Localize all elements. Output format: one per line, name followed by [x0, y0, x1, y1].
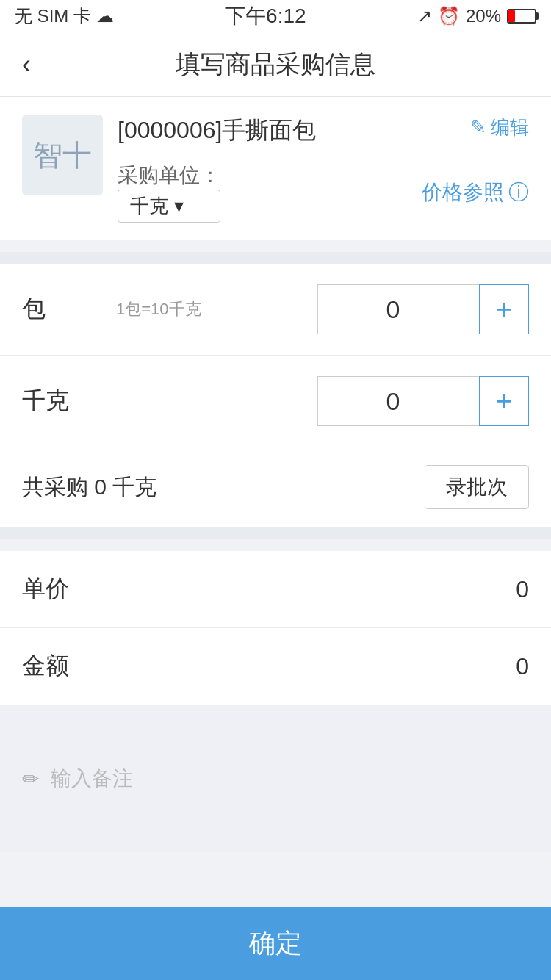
unit-selector[interactable]: 千克 ▾ [118, 190, 220, 223]
product-unit-row: 采购单位： 千克 ▾ 价格参照 ⓘ [118, 162, 529, 223]
remark-placeholder: 输入备注 [51, 765, 133, 793]
bag-input-group: + [317, 284, 529, 334]
status-right: ↗ ⏰ 20% [417, 6, 536, 26]
kg-quantity-input[interactable] [317, 376, 479, 426]
kg-label: 千克 [22, 385, 110, 417]
input-section: 包 1包=10千克 + 千克 + 共采购 0 千克 录批次 [0, 264, 551, 527]
edit-button[interactable]: ✎ 编辑 [470, 115, 529, 140]
product-card: 智十 [0000006]手撕面包 ✎ 编辑 采购单位： 千克 ▾ 价格参照 [0, 97, 551, 240]
amount-value: 0 [516, 653, 529, 680]
kg-plus-button[interactable]: + [479, 376, 529, 426]
product-top-row: [0000006]手撕面包 ✎ 编辑 [118, 115, 529, 147]
batch-button[interactable]: 录批次 [425, 465, 529, 509]
product-logo: 智十 [33, 135, 92, 176]
kg-input-group: + [317, 376, 529, 426]
confirm-button[interactable]: 确定 [0, 907, 551, 980]
product-thumbnail: 智十 [22, 115, 103, 195]
info-icon: ⓘ [508, 179, 529, 206]
price-reference-button[interactable]: 价格参照 ⓘ [422, 179, 529, 206]
kg-row: 千克 + [0, 356, 551, 447]
total-label: 共采购 0 千克 [22, 472, 156, 502]
bag-row: 包 1包=10千克 + [0, 264, 551, 356]
signal-icon: ↗ [417, 6, 432, 26]
remark-section[interactable]: ✏ 输入备注 [0, 705, 551, 852]
unit-price-row: 单价 0 [0, 551, 551, 628]
unit-price-label: 单价 [22, 573, 69, 605]
total-row: 共采购 0 千克 录批次 [0, 447, 551, 527]
alarm-icon: ⏰ [438, 6, 460, 26]
unit-label: 采购单位： 千克 ▾ [118, 162, 220, 223]
amount-row: 金额 0 [0, 628, 551, 705]
back-button[interactable]: ‹ [22, 49, 31, 80]
unit-price-value: 0 [516, 576, 529, 603]
price-section: 单价 0 金额 0 [0, 551, 551, 705]
bag-label: 包 [22, 293, 110, 325]
no-sim-label: 无 SIM 卡 ☁ [15, 4, 114, 28]
status-time: 下午6:12 [225, 2, 306, 30]
page-title: 填写商品采购信息 [176, 48, 375, 82]
nav-bar: ‹ 填写商品采购信息 [0, 32, 551, 97]
status-left: 无 SIM 卡 ☁ [15, 4, 114, 28]
dropdown-arrow-icon: ▾ [174, 195, 184, 217]
pencil-icon: ✏ [22, 767, 39, 791]
status-bar: 无 SIM 卡 ☁ 下午6:12 ↗ ⏰ 20% [0, 0, 551, 32]
product-name: [0000006]手撕面包 [118, 115, 316, 147]
bag-sub-label: 1包=10千克 [116, 298, 201, 320]
separator-1 [0, 252, 551, 264]
battery-icon [507, 9, 536, 24]
separator-2 [0, 527, 551, 539]
bag-quantity-input[interactable] [317, 284, 479, 334]
product-info: [0000006]手撕面包 ✎ 编辑 采购单位： 千克 ▾ 价格参照 ⓘ [118, 115, 529, 223]
amount-label: 金额 [22, 650, 69, 682]
battery-percent: 20% [466, 6, 501, 26]
bag-plus-button[interactable]: + [479, 284, 529, 334]
